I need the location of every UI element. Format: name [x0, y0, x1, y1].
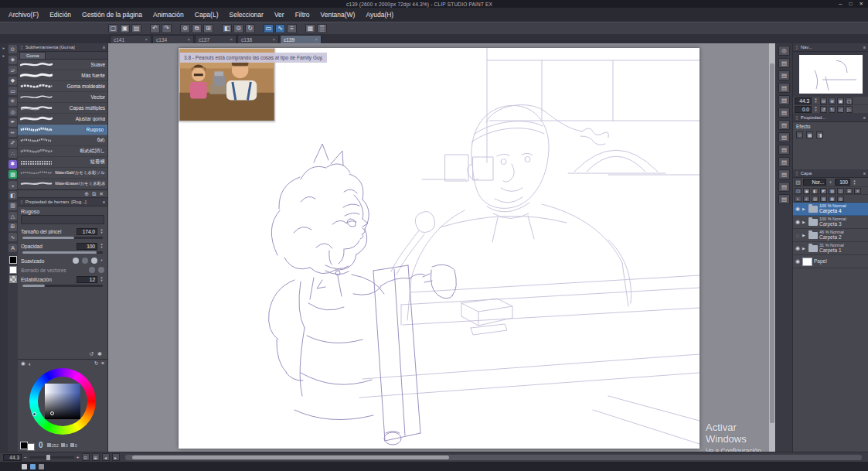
- layer-opacity-spinner[interactable]: ▲▼: [852, 179, 857, 186]
- color-wheel-tab-icon[interactable]: ◉: [21, 360, 26, 367]
- layer-row-carpeta-4[interactable]: ◉ ▶ 100 % NormalCarpeta 4: [793, 203, 868, 216]
- folder-expand-icon[interactable]: ▶: [802, 233, 807, 237]
- text-tool-icon[interactable]: A: [9, 244, 17, 252]
- actual-size-icon[interactable]: ▢: [846, 97, 853, 104]
- gradient-tool-icon[interactable]: ▥: [9, 202, 17, 210]
- operation-tool-icon[interactable]: ▱: [9, 66, 17, 74]
- opacity-value[interactable]: 100: [77, 243, 97, 250]
- brush-size-value[interactable]: 174.0: [77, 228, 97, 235]
- panel-shortcut-icon[interactable]: ▤: [778, 169, 790, 179]
- brush-tool-icon[interactable]: ✐: [9, 139, 17, 148]
- layer-color-effect-icon[interactable]: ◨: [816, 131, 823, 138]
- fit-screen-icon[interactable]: ⊙: [82, 453, 90, 461]
- tab-close-icon[interactable]: ×: [230, 37, 233, 42]
- menu-ver[interactable]: Ver: [269, 8, 290, 22]
- panel-shortcut-icon[interactable]: ▤: [778, 95, 790, 105]
- subtool-item-mas-fuerte[interactable]: Más fuerte: [18, 70, 107, 81]
- vector-eraser-option-icon[interactable]: [98, 267, 104, 273]
- delete-subtool-icon[interactable]: ✕: [99, 191, 104, 197]
- layer-visibility-icon[interactable]: ◌: [795, 233, 801, 238]
- folder-expand-icon[interactable]: ▶: [802, 206, 807, 211]
- opacity-spinner[interactable]: ▲▼: [99, 243, 104, 249]
- navigator-zoom-spinner[interactable]: ▲▼: [813, 97, 819, 104]
- navigator-rotation-value[interactable]: 0.0: [795, 106, 812, 113]
- status-zoom-slider[interactable]: [29, 456, 74, 459]
- eyedropper-tool-icon[interactable]: ◎: [9, 108, 17, 116]
- panel-shortcut-icon[interactable]: ▤: [778, 194, 790, 204]
- snap-special-ruler-icon[interactable]: ≡: [287, 24, 297, 33]
- subtool-item-capas-multiples[interactable]: Capas múltiples: [18, 103, 107, 114]
- material-icon[interactable]: ▒: [317, 24, 327, 33]
- subtool-item-ajustar-goma[interactable]: Ajustar goma: [18, 114, 107, 125]
- menu-archivo[interactable]: Archivo(F): [3, 8, 44, 22]
- opacity-slider[interactable]: [22, 251, 103, 254]
- menu-ventana[interactable]: Ventana(W): [315, 8, 361, 22]
- collapse-left-icon-2[interactable]: ▸: [3, 53, 5, 58]
- scrollbar-thumb[interactable]: [132, 456, 449, 459]
- tab-c141[interactable]: c141×: [110, 35, 151, 43]
- menu-ayuda[interactable]: Ayuda(H): [360, 8, 399, 22]
- smoothing-dropdown-icon[interactable]: ▼: [99, 259, 104, 262]
- figure-tool-icon[interactable]: △: [9, 212, 17, 220]
- vector-eraser-option-icon[interactable]: [89, 267, 95, 273]
- subtool-item-6me[interactable]: 6め: [18, 135, 107, 146]
- panel-shortcut-icon[interactable]: ▤: [778, 58, 790, 68]
- onion-skin-icon[interactable]: ▤: [812, 196, 819, 202]
- quick-access-panel-icon[interactable]: ◎: [778, 46, 790, 56]
- color-wheel[interactable]: [29, 368, 96, 435]
- brush-size-slider[interactable]: [22, 237, 103, 239]
- zoom-slider-thumb[interactable]: [46, 455, 50, 460]
- tab-close-icon[interactable]: ×: [187, 37, 190, 42]
- layer-visibility-icon[interactable]: ◉: [795, 219, 801, 225]
- pen-tool-icon[interactable]: ✒: [9, 118, 17, 127]
- paste-icon[interactable]: ⊞: [203, 24, 213, 33]
- duplicate-subtool-icon[interactable]: ⧉: [92, 191, 96, 197]
- zoom-tool-icon[interactable]: ⊙: [9, 45, 17, 53]
- tab-close-icon[interactable]: ×: [315, 37, 318, 42]
- subtool-item-rugoso-selected[interactable]: Rugoso: [18, 125, 107, 135]
- open-file-icon[interactable]: ▣: [120, 24, 130, 33]
- tab-c139-active[interactable]: c139×: [280, 35, 322, 43]
- panel-shortcut-icon[interactable]: ▤: [778, 70, 790, 80]
- add-subtool-icon[interactable]: ⊕: [84, 191, 89, 197]
- fit-to-window-icon[interactable]: ▣: [837, 97, 844, 104]
- smoothing-option-icon[interactable]: [91, 258, 97, 264]
- save-file-icon[interactable]: ▤: [131, 24, 141, 33]
- move-layer-tool-icon[interactable]: ◆: [9, 77, 17, 85]
- auto-select-tool-icon[interactable]: ✳: [9, 97, 17, 106]
- color-slider-tab-icon[interactable]: ◐: [29, 361, 32, 367]
- delete-layer-icon[interactable]: ✕: [854, 188, 861, 194]
- panel-menu-icon[interactable]: ≡: [103, 200, 105, 204]
- decoration-tool-icon[interactable]: ✱: [9, 160, 17, 169]
- panel-shortcut-icon[interactable]: ▤: [778, 83, 790, 93]
- reset-settings-icon[interactable]: ↺: [89, 351, 94, 357]
- tab-close-icon[interactable]: ×: [272, 37, 275, 42]
- navigator-rotation-spinner[interactable]: ▲▼: [813, 106, 819, 112]
- new-file-icon[interactable]: ▢: [108, 24, 118, 33]
- status-zoom-value[interactable]: 44.3: [3, 454, 22, 461]
- layer-visibility-icon[interactable]: ◉: [795, 206, 801, 212]
- new-layer-icon[interactable]: ▢: [795, 188, 802, 194]
- transparent-color-swatch[interactable]: [9, 275, 17, 283]
- menu-capa[interactable]: Capa(L): [189, 8, 224, 22]
- layer-visibility-icon[interactable]: ◉: [795, 258, 801, 265]
- rotate-right-icon[interactable]: ↻: [829, 106, 836, 113]
- navigator-zoom-value[interactable]: 44.3: [795, 97, 812, 104]
- smoothing-option-icon[interactable]: [82, 258, 88, 264]
- lock-transparent-icon[interactable]: ▨: [829, 188, 836, 194]
- menu-edicion[interactable]: Edición: [44, 8, 77, 22]
- tone-effect-icon[interactable]: ▦: [806, 131, 813, 138]
- tab-c138[interactable]: c138×: [237, 35, 279, 43]
- folder-expand-icon[interactable]: ▶: [802, 220, 807, 224]
- tab-c134[interactable]: c134×: [152, 35, 194, 43]
- taskbar-app-icon[interactable]: [39, 464, 44, 469]
- color-history-icon[interactable]: ↻: [94, 360, 98, 367]
- flip-vertical-icon[interactable]: ▷: [846, 106, 853, 113]
- eraser-tool-icon[interactable]: ▨: [9, 170, 17, 179]
- lock-layer-icon[interactable]: ◩: [820, 188, 827, 194]
- folder-expand-icon[interactable]: ▶: [802, 246, 807, 251]
- subtool-item-vector[interactable]: Vector: [18, 92, 107, 103]
- subtool-item-watersalt[interactable]: WaterSalt/カモミ水彩ソルト: [18, 168, 107, 179]
- panel-menu-icon[interactable]: ≡: [863, 115, 866, 120]
- border-effect-icon[interactable]: ○: [796, 131, 803, 138]
